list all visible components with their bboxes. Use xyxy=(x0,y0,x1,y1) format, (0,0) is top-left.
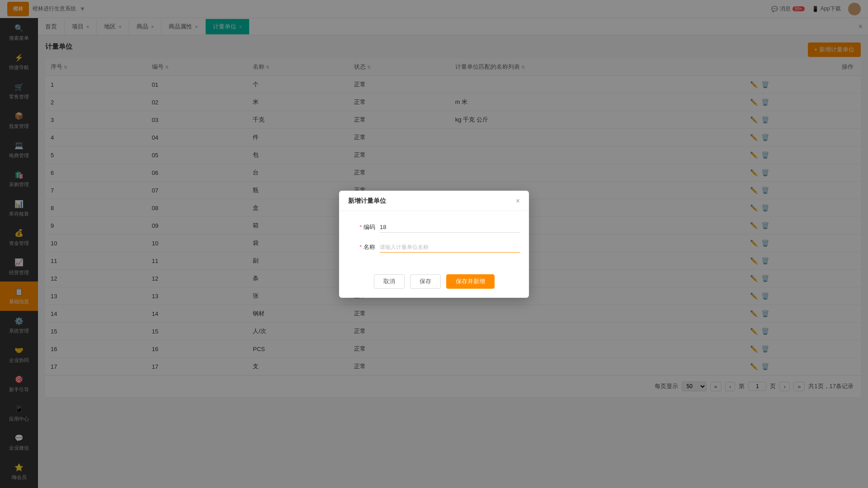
modal-header: 新增计量单位 × xyxy=(339,191,529,211)
save-and-add-button[interactable]: 保存并新增 xyxy=(446,274,495,289)
code-label: 编码 xyxy=(348,223,375,231)
add-unit-modal: 新增计量单位 × 编码 名称 取消 保存 保存并新增 xyxy=(339,191,529,298)
modal-footer: 取消 保存 保存并新增 xyxy=(339,271,529,298)
modal-title: 新增计量单位 xyxy=(348,197,386,205)
name-label: 名称 xyxy=(348,243,375,251)
modal-overlay[interactable]: 新增计量单位 × 编码 名称 取消 保存 保存并新增 xyxy=(0,0,868,488)
cancel-button[interactable]: 取消 xyxy=(374,274,405,289)
form-row-name: 名称 xyxy=(348,242,520,253)
name-input[interactable] xyxy=(380,242,520,253)
save-button[interactable]: 保存 xyxy=(410,274,441,289)
form-row-code: 编码 xyxy=(348,222,520,233)
modal-body: 编码 名称 xyxy=(339,211,529,271)
code-input[interactable] xyxy=(380,222,520,233)
modal-close-btn[interactable]: × xyxy=(516,197,520,205)
